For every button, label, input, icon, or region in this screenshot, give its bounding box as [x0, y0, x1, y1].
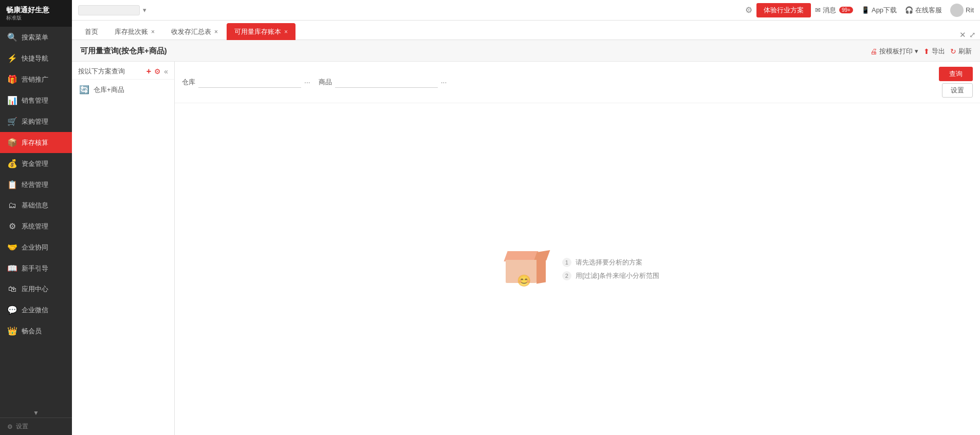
- content-area: 按以下方案查询 + ⚙ « 🔄 仓库+商品 仓库 ··· 商品: [72, 62, 980, 435]
- nav-icon-purchase: 🛒: [7, 117, 17, 126]
- goods-input[interactable]: [335, 77, 438, 88]
- experience-btn[interactable]: 体验行业方案: [756, 3, 811, 17]
- nav-label-finance: 资金管理: [22, 159, 48, 168]
- nav-icon-quick-nav: ⚡: [7, 53, 17, 63]
- message-item[interactable]: ✉ 消息 99+: [815, 6, 853, 15]
- empty-tips: 1 请先选择要分析的方案 2 用[过滤]条件来缩小分析范围: [562, 258, 659, 280]
- tab-batch-ledger[interactable]: 库存批次账 ×: [107, 23, 162, 40]
- collapse-icon[interactable]: «: [164, 67, 168, 75]
- nav-icon-sales: 📊: [7, 96, 17, 105]
- app-edition: 标准版: [6, 14, 22, 22]
- nav-label-quick-nav: 快捷导航: [22, 54, 48, 63]
- tabs-container: 首页库存批次账 ×收发存汇总表 ×可用量库存账本 ×: [77, 23, 295, 40]
- sidebar-item-marketing[interactable]: 🎁 营销推广: [0, 69, 72, 90]
- filter-add-icon[interactable]: +: [146, 67, 151, 76]
- sidebar-item-finance[interactable]: 💰 资金管理: [0, 153, 72, 174]
- main-area: ▾ ⚙ 体验行业方案 ✉ 消息 99+ 📱 App下载 🎧 在线客服 Rit: [72, 0, 980, 435]
- nav-label-app-center: 应用中心: [22, 285, 48, 294]
- tab-home[interactable]: 首页: [77, 23, 106, 40]
- warehouse-more-btn[interactable]: ···: [304, 78, 310, 86]
- refresh-btn[interactable]: ↻ 刷新: [950, 47, 972, 56]
- nav-label-basic-info: 基础信息: [22, 201, 48, 210]
- sidebar-bottom[interactable]: ⚙ 设置: [0, 418, 72, 435]
- print-btn[interactable]: 🖨 按模板打印 ▾: [870, 47, 918, 56]
- user-item[interactable]: Rit: [950, 4, 974, 17]
- nav-icon-basic-info: 🗂: [7, 201, 17, 210]
- nav-label-marketing: 营销推广: [22, 75, 48, 84]
- sidebar-item-purchase[interactable]: 🛒 采购管理: [0, 111, 72, 132]
- settings-btn[interactable]: 设置: [942, 83, 973, 98]
- tip-2-num: 2: [562, 271, 571, 280]
- print-icon: 🖨: [870, 47, 877, 55]
- query-btn[interactable]: 查询: [939, 67, 973, 81]
- nav-label-wechat: 企业微信: [22, 306, 48, 315]
- nav-label-member: 畅会员: [22, 327, 42, 336]
- sidebar-scroll-down[interactable]: ▼: [0, 408, 72, 418]
- tab-close-all-button[interactable]: ✕: [959, 30, 966, 40]
- online-service-item[interactable]: 🎧 在线客服: [905, 6, 942, 15]
- print-label: 按模板打印: [879, 47, 913, 56]
- sidebar-item-sales[interactable]: 📊 销售管理: [0, 90, 72, 111]
- tab-label-home: 首页: [85, 27, 98, 36]
- nav-label-search: 搜索菜单: [22, 33, 48, 42]
- app-download-item[interactable]: 📱 App下载: [861, 6, 897, 15]
- tab-close-recv-summary[interactable]: ×: [214, 28, 218, 35]
- sidebar-item-operations[interactable]: 📋 经营管理: [0, 174, 72, 195]
- tab-recv-summary[interactable]: 收发存汇总表 ×: [163, 23, 226, 40]
- box-inner-icon: 😊: [517, 274, 531, 288]
- empty-illustration: 😊: [495, 243, 547, 295]
- tab-available-ledger[interactable]: 可用量库存账本 ×: [227, 23, 295, 40]
- nav-icon-wechat: 💬: [7, 305, 17, 315]
- sidebar-item-quick-nav[interactable]: ⚡ 快捷导航: [0, 48, 72, 69]
- nav-icon-finance: 💰: [7, 159, 17, 168]
- tab-close-available-ledger[interactable]: ×: [284, 28, 288, 35]
- sidebar-item-app-center[interactable]: 🛍 应用中心: [0, 279, 72, 299]
- filter-panel-label: 按以下方案查询: [78, 67, 125, 76]
- tab-resize-button[interactable]: ⤢: [969, 30, 976, 40]
- filter-panel-actions: + ⚙ «: [146, 67, 168, 76]
- sidebar-nav: 🔍 搜索菜单⚡ 快捷导航🎁 营销推广📊 销售管理🛒 采购管理📦 库存核算💰 资金…: [0, 27, 72, 408]
- tabs-right-buttons: ✕ ⤢: [959, 30, 980, 40]
- empty-tip-1: 1 请先选择要分析的方案: [562, 258, 659, 267]
- export-icon: ⬆: [923, 47, 930, 55]
- warehouse-field: 仓库 ···: [182, 77, 310, 88]
- breadcrumb-chevron-icon: ▾: [143, 6, 146, 14]
- sidebar-item-cooperation[interactable]: 🤝 企业协同: [0, 237, 72, 258]
- nav-icon-member: 👑: [7, 326, 17, 336]
- goods-more-btn[interactable]: ···: [441, 78, 447, 86]
- page-header: 可用量查询(按仓库+商品) 🖨 按模板打印 ▾ ⬆ 导出 ↻ 刷新: [72, 40, 980, 62]
- app-download-icon: 📱: [861, 6, 870, 14]
- warehouse-input[interactable]: [198, 77, 301, 88]
- nav-label-operations: 经营管理: [22, 180, 48, 190]
- tab-close-batch-ledger[interactable]: ×: [151, 28, 155, 35]
- empty-tip-2: 2 用[过滤]条件来缩小分析范围: [562, 271, 659, 280]
- sidebar-item-search[interactable]: 🔍 搜索菜单: [0, 27, 72, 48]
- nav-label-system: 系统管理: [22, 222, 48, 231]
- goods-field: 商品 ···: [319, 77, 447, 88]
- nav-label-sales: 销售管理: [22, 96, 48, 105]
- sidebar-item-wechat[interactable]: 💬 企业微信: [0, 299, 72, 320]
- export-btn[interactable]: ⬆ 导出: [923, 47, 945, 56]
- sidebar-item-system[interactable]: ⚙ 系统管理: [0, 216, 72, 237]
- breadcrumb-input[interactable]: [78, 5, 140, 15]
- nav-icon-marketing: 🎁: [7, 74, 17, 84]
- app-name: 畅康通好生意: [6, 5, 49, 14]
- filter-item-label-warehouse-goods: 仓库+商品: [94, 85, 124, 94]
- sidebar-item-inventory[interactable]: 📦 库存核算: [0, 132, 72, 153]
- filter-item-icon-warehouse-goods: 🔄: [79, 85, 89, 94]
- print-chevron-icon: ▾: [915, 47, 918, 55]
- nav-icon-guide: 📖: [7, 263, 17, 273]
- filter-item-warehouse-goods[interactable]: 🔄 仓库+商品: [72, 80, 174, 100]
- sidebar-item-guide[interactable]: 📖 新手引导: [0, 258, 72, 279]
- nav-icon-cooperation: 🤝: [7, 242, 17, 252]
- sidebar-item-member[interactable]: 👑 畅会员: [0, 320, 72, 342]
- tabs-bar: 首页库存批次账 ×收发存汇总表 ×可用量库存账本 × ✕ ⤢: [72, 21, 980, 40]
- gear-button[interactable]: ⚙: [745, 5, 752, 15]
- warehouse-label: 仓库: [182, 78, 195, 87]
- sidebar-item-basic-info[interactable]: 🗂 基础信息: [0, 195, 72, 216]
- filter-settings-icon[interactable]: ⚙: [154, 67, 161, 75]
- message-label: 消息: [823, 6, 836, 15]
- settings-icon: ⚙: [7, 423, 13, 430]
- filter-panel-header: 按以下方案查询 + ⚙ «: [72, 62, 174, 80]
- tab-label-batch-ledger: 库存批次账: [115, 27, 148, 36]
